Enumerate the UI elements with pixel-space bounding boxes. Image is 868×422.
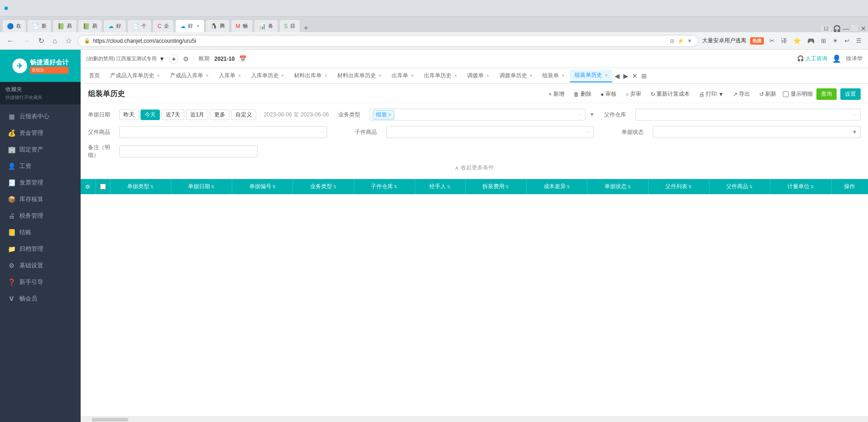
page-tab-finished-history-close[interactable]: ×: [157, 73, 160, 78]
url-dropdown-icon[interactable]: ▼: [687, 38, 692, 44]
page-tab-finished-history[interactable]: 产成品入库单历史 ×: [106, 69, 164, 82]
select-all-checkbox[interactable]: [100, 184, 106, 190]
yesterday-btn[interactable]: 昨天: [119, 110, 139, 120]
page-tab-assembly-history-close[interactable]: ×: [605, 73, 608, 78]
col-settings[interactable]: ⚙: [81, 179, 95, 194]
browser-tab-11[interactable]: 📊 各: [254, 19, 278, 32]
page-tab-transfer-close[interactable]: ×: [487, 73, 489, 78]
page-tab-material-out[interactable]: 材料出库单 ×: [289, 69, 332, 82]
sidebar-item-fixed-assets[interactable]: 🏢 固定资产: [0, 141, 81, 158]
back-button[interactable]: ←: [5, 36, 17, 46]
export-button[interactable]: ↗ 导出: [730, 89, 753, 99]
1month-btn[interactable]: 近1月: [186, 110, 209, 120]
tab-scroll-right[interactable]: ▶: [622, 72, 630, 80]
menu-icon[interactable]: ☰: [854, 36, 863, 45]
page-tab-stock-out-history[interactable]: 出库单历史 ×: [419, 69, 462, 82]
page-tab-material-out-close[interactable]: ×: [324, 73, 327, 78]
service-link[interactable]: 🎧 人工咨询: [797, 55, 827, 63]
browser-tab-5[interactable]: ☁ 好: [103, 19, 126, 32]
sidebar-item-cloud-report[interactable]: ▦ 云报表中心: [0, 108, 81, 125]
sidebar-item-closing[interactable]: 📒 结账: [0, 224, 81, 241]
browser-tab-6[interactable]: 📄 个: [127, 19, 152, 32]
col-doc-date[interactable]: 单据日期⇅: [171, 179, 232, 194]
page-tab-stock-in-close[interactable]: ×: [238, 73, 241, 78]
query-button[interactable]: 查询: [816, 88, 837, 100]
page-tab-stock-out[interactable]: 出库单 ×: [387, 69, 418, 82]
business-type-dropdown-icon[interactable]: ▼: [589, 111, 595, 118]
page-tab-home[interactable]: 首页: [84, 69, 105, 82]
sidebar-item-invoice[interactable]: 🧾 发票管理: [0, 174, 81, 191]
sun-icon[interactable]: ☀: [831, 36, 840, 45]
col-parent-goods[interactable]: 父件商品⇅: [709, 179, 770, 194]
grid-icon[interactable]: ⊞: [819, 36, 828, 45]
notes-input[interactable]: [123, 148, 254, 155]
company-selector[interactable]: (勿删勿禁用) 江西服宝测试专用 ▼: [86, 55, 164, 62]
tab-scroll-left[interactable]: ◀: [613, 72, 621, 80]
col-handler[interactable]: 经手人⇅: [415, 179, 465, 194]
col-check[interactable]: [95, 179, 110, 194]
unapprove-button[interactable]: ○ 弃审: [623, 89, 644, 99]
page-tab-transfer-history[interactable]: 调拨单历史 ×: [495, 69, 537, 82]
browser-tab-3[interactable]: 📗 易: [53, 19, 77, 32]
browser-tab-1[interactable]: 🔵 在: [2, 19, 26, 32]
tab-close-all[interactable]: ✕: [631, 72, 639, 80]
page-tab-finished[interactable]: 产成品入库单 ×: [165, 69, 213, 82]
col-disassembly-cost[interactable]: 拆装费用⇅: [465, 179, 526, 194]
bookmark-button[interactable]: ☆: [63, 35, 74, 46]
col-unit[interactable]: 计量单位⇅: [770, 179, 831, 194]
page-tab-stock-out-close[interactable]: ×: [411, 73, 414, 78]
game-icon[interactable]: 🎮: [805, 36, 816, 45]
page-tab-stock-in-history-close[interactable]: ×: [282, 73, 284, 78]
approve-button[interactable]: ● 审核: [598, 89, 619, 99]
doc-status-dropdown[interactable]: ▼: [852, 129, 857, 135]
calendar-icon[interactable]: 📅: [239, 55, 246, 62]
browser-tab-10[interactable]: M 畅: [231, 19, 253, 32]
today-btn[interactable]: 今天: [141, 110, 160, 120]
sidebar-item-inventory[interactable]: 📦 库存核算: [0, 191, 81, 208]
browser-tab-8[interactable]: ☁ 好 ×: [175, 19, 205, 32]
col-biz-type[interactable]: 业务类型⇅: [293, 179, 354, 194]
star-icon[interactable]: ⭐: [792, 36, 803, 45]
page-tab-transfer[interactable]: 调拨单 ×: [463, 69, 494, 82]
page-tab-stock-out-history-close[interactable]: ×: [454, 73, 457, 78]
company-settings-button[interactable]: ⚙: [183, 55, 189, 63]
sidebar-item-settings[interactable]: ⚙ 基础设置: [0, 257, 81, 274]
page-tab-stock-in-history[interactable]: 入库单历史 ×: [246, 69, 289, 82]
undo-icon[interactable]: ↩: [843, 36, 851, 45]
col-doc-type[interactable]: 单据类型⇅: [110, 179, 171, 194]
col-doc-number[interactable]: 单据编号⇅: [232, 179, 293, 194]
horizontal-scrollbar[interactable]: [81, 416, 868, 422]
browser-tab-8-close[interactable]: ×: [197, 23, 199, 29]
page-tab-assembly-history[interactable]: 组装单历史 ×: [570, 69, 612, 82]
add-button[interactable]: + + 新增 新增: [546, 89, 567, 99]
page-tab-assembly[interactable]: 组装单 ×: [538, 69, 569, 82]
browser-tab-9[interactable]: 🐧 腾: [205, 19, 230, 32]
sidebar-item-member[interactable]: V 畅会员: [0, 290, 81, 307]
browser-tab-12[interactable]: S 目: [279, 19, 300, 32]
col-parent-list[interactable]: 父件列表⇅: [648, 179, 709, 194]
browser-tab-4[interactable]: 📗 易: [78, 19, 102, 32]
more-btn[interactable]: 更多: [210, 110, 229, 120]
settings-button[interactable]: 设置: [840, 88, 861, 100]
scrollbar-thumb[interactable]: [92, 418, 129, 422]
business-type-tag-close[interactable]: ×: [388, 112, 391, 117]
refresh-button[interactable]: ↺ 刷新: [757, 89, 779, 99]
delete-button[interactable]: 🗑 删除 删除: [571, 89, 594, 99]
home-button[interactable]: ⌂: [50, 36, 59, 46]
browser-tab-7[interactable]: C 企: [152, 19, 174, 32]
page-tab-transfer-history-close[interactable]: ×: [530, 73, 533, 78]
scissors-icon[interactable]: ✂: [768, 36, 776, 45]
page-tab-assembly-close[interactable]: ×: [562, 73, 564, 78]
page-tab-finished-close[interactable]: ×: [206, 73, 209, 78]
forward-button[interactable]: →: [20, 36, 32, 46]
custom-btn[interactable]: 自定义: [231, 110, 256, 120]
page-tab-material-out-history-close[interactable]: ×: [379, 73, 381, 78]
collapse-button[interactable]: ∧ 收起更多条件: [88, 162, 861, 173]
add-company-button[interactable]: +: [169, 54, 178, 64]
recalculate-button[interactable]: ↻ 重新计算成本: [648, 89, 692, 99]
table-settings-icon[interactable]: ⚙: [85, 184, 90, 190]
print-button[interactable]: 🖨 打印 ▼: [696, 89, 727, 99]
show-detail-checkbox[interactable]: [783, 91, 789, 97]
browser-tab-2[interactable]: 📄 新: [27, 19, 52, 32]
sidebar-item-guide[interactable]: ❓ 新手引导: [0, 274, 81, 290]
